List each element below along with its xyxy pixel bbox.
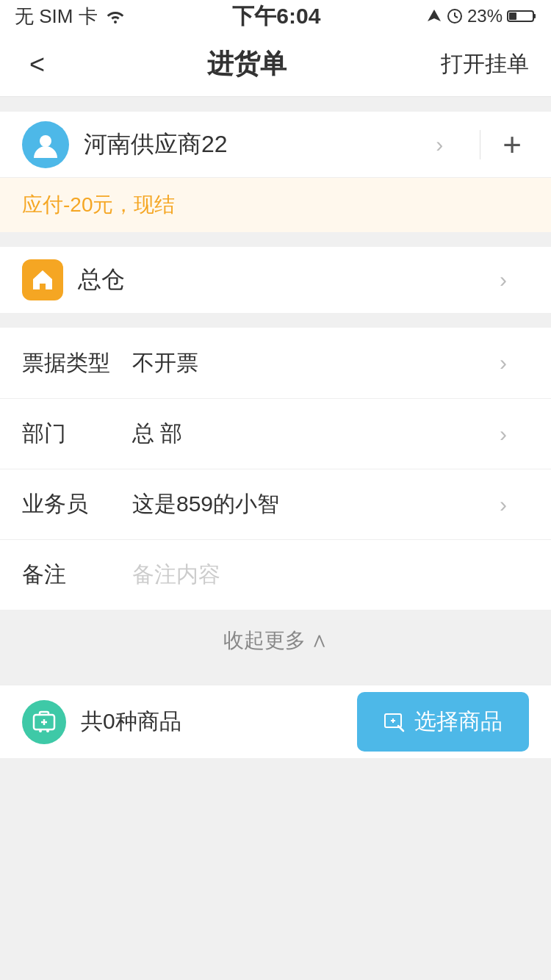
warehouse-row[interactable]: 总仓 › xyxy=(0,247,551,313)
section-gap-3 xyxy=(0,313,551,328)
select-product-button[interactable]: 选择商品 xyxy=(357,692,529,752)
product-count-label: 共0种商品 xyxy=(81,707,342,737)
staff-value: 这是859的小智 xyxy=(125,489,500,519)
supplier-avatar xyxy=(22,121,69,168)
ticket-type-value: 不开票 xyxy=(125,348,500,378)
svg-point-10 xyxy=(46,729,49,732)
supplier-row[interactable]: 河南供应商22 › + xyxy=(0,112,551,178)
home-icon xyxy=(30,267,55,292)
status-bar: 无 SIM 卡 下午6:04 23% xyxy=(0,0,551,32)
remark-input[interactable]: 备注内容 xyxy=(125,560,529,590)
supplier-name: 河南供应商22 xyxy=(84,129,436,161)
supplier-chevron-icon: › xyxy=(436,132,443,157)
section-gap-1 xyxy=(0,97,551,112)
dept-label: 部门 xyxy=(22,419,125,449)
warehouse-chevron-icon: › xyxy=(500,267,507,292)
svg-rect-5 xyxy=(533,14,536,18)
battery-icon xyxy=(507,9,536,24)
svg-rect-6 xyxy=(509,12,516,20)
dept-row[interactable]: 部门 总 部 › xyxy=(0,398,551,469)
collapse-label: 收起更多 ∧ xyxy=(223,627,328,655)
staff-label: 业务员 xyxy=(22,489,125,519)
select-product-icon xyxy=(383,711,406,733)
form-card: 票据类型 不开票 › 部门 总 部 › 业务员 这是859的小智 › 备注 备注… xyxy=(0,328,551,610)
wifi-icon xyxy=(104,7,127,25)
remark-label: 备注 xyxy=(22,560,125,590)
staff-row[interactable]: 业务员 这是859的小智 › xyxy=(0,469,551,539)
ticket-type-chevron-icon: › xyxy=(500,350,507,375)
notice-text: 应付-20元，现结 xyxy=(22,193,175,216)
product-icon xyxy=(22,700,66,744)
back-button[interactable]: < xyxy=(22,42,52,87)
dept-value: 总 部 xyxy=(125,419,500,449)
staff-chevron-icon: › xyxy=(500,492,507,517)
page-background xyxy=(0,758,551,979)
svg-marker-0 xyxy=(428,10,441,21)
location-icon xyxy=(426,8,442,24)
status-left: 无 SIM 卡 xyxy=(15,4,127,29)
nav-bar: < 进货单 打开挂单 xyxy=(0,32,551,97)
status-time: 下午6:04 xyxy=(232,1,320,32)
person-icon xyxy=(31,130,60,159)
ticket-type-row[interactable]: 票据类型 不开票 › xyxy=(0,328,551,398)
status-right: 23% xyxy=(426,6,536,26)
ticket-type-label: 票据类型 xyxy=(22,348,125,378)
collapse-row[interactable]: 收起更多 ∧ xyxy=(0,611,551,670)
svg-point-7 xyxy=(40,135,51,147)
bottom-bar: 共0种商品 选择商品 xyxy=(0,685,551,758)
warehouse-name: 总仓 xyxy=(78,264,500,296)
add-supplier-button[interactable]: + xyxy=(495,126,529,163)
section-gap-2 xyxy=(0,232,551,247)
page-title: 进货单 xyxy=(207,46,287,82)
warehouse-card: 总仓 › xyxy=(0,247,551,313)
clock-icon xyxy=(447,8,463,24)
svg-point-9 xyxy=(39,729,42,732)
battery-percent: 23% xyxy=(467,6,503,26)
notice-row: 应付-20元，现结 xyxy=(0,178,551,232)
select-product-label: 选择商品 xyxy=(414,707,503,737)
remark-row[interactable]: 备注 备注内容 xyxy=(0,539,551,610)
svg-line-3 xyxy=(455,16,458,18)
vertical-divider xyxy=(480,130,480,159)
section-gap-4 xyxy=(0,670,551,685)
dept-chevron-icon: › xyxy=(500,422,507,447)
no-sim-label: 无 SIM 卡 xyxy=(15,4,98,29)
warehouse-icon xyxy=(22,259,63,300)
cart-icon xyxy=(31,709,57,735)
supplier-card: 河南供应商22 › + 应付-20元，现结 xyxy=(0,112,551,232)
open-pending-button[interactable]: 打开挂单 xyxy=(441,49,529,79)
